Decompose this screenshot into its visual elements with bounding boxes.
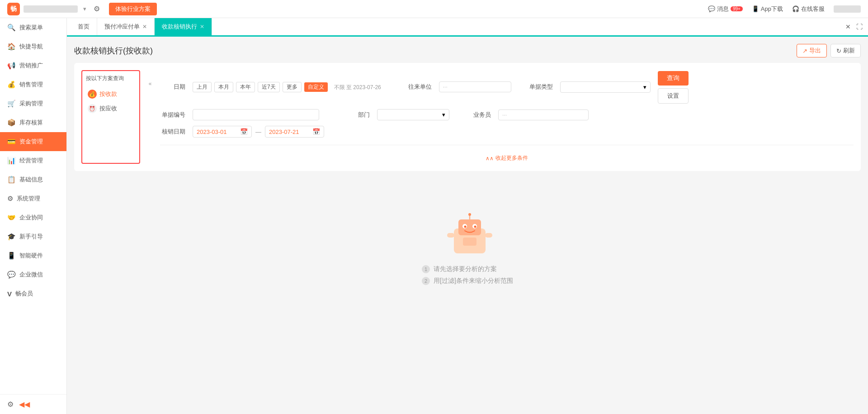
writeoff-date-start-input[interactable] — [197, 128, 237, 135]
filter-scheme-sidebar: 按以下方案查询 💰 按收款 ⏰ 按应收 — [81, 70, 140, 164]
tab-close-btn[interactable]: ✕ — [844, 21, 853, 32]
department-label: 部门 — [344, 111, 370, 119]
empty-hint-2: 2 用[过滤]条件来缩小分析范围 — [422, 277, 513, 285]
tab-home[interactable]: 首页 — [71, 18, 97, 35]
sidebar-item-wechat[interactable]: 💬 企业微信 — [0, 265, 66, 284]
sidebar-item-finance[interactable]: 💳 资金管理 — [0, 132, 66, 151]
app-download-label: App下载 — [761, 5, 783, 13]
refresh-icon: ↻ — [836, 48, 841, 54]
bill-type-select[interactable]: ▾ — [560, 81, 651, 93]
sidebar-collapse-btn[interactable]: ◀◀ — [19, 400, 30, 409]
sidebar-item-sales[interactable]: 💰 销售管理 — [0, 75, 66, 94]
counterpart-select[interactable]: ··· — [439, 81, 511, 92]
date-btn-7days[interactable]: 近7天 — [258, 82, 280, 92]
message-btn[interactable]: 💬 消息 99+ — [708, 5, 743, 13]
date-group: 上月 本月 本年 近7天 更多 自定义 不限 至 2023-07-26 — [193, 82, 381, 92]
sidebar-item-member[interactable]: V 畅会员 — [0, 284, 66, 303]
sidebar-item-search-menu[interactable]: 🔍 搜索菜单 — [0, 18, 66, 37]
writeoff-date-end-box: 📅 — [265, 126, 324, 138]
date-end-calendar-icon[interactable]: 📅 — [312, 128, 320, 135]
hint-1-text: 请先选择要分析的方案 — [434, 265, 497, 273]
salesperson-label: 业务员 — [466, 111, 491, 119]
collapse-more-label: 收起更多条件 — [495, 154, 528, 162]
collapse-more-btn[interactable]: ∧∧ 收起更多条件 — [160, 152, 854, 164]
sidebar-item-operation[interactable]: 📊 经营管理 — [0, 151, 66, 170]
receivable-option-icon: ⏰ — [88, 104, 97, 113]
page-title: 收款核销执行(按收款) — [74, 45, 153, 56]
settings-icon[interactable]: ⚙ — [94, 5, 100, 13]
top-bar: 畅 ▾ ⚙ 体验行业方案 💬 消息 99+ 📱 App下载 🎧 在线客服 — [0, 0, 868, 18]
sidebar-item-system[interactable]: ⚙ 系统管理 — [0, 189, 66, 208]
tab-prepay-close-icon[interactable]: ✕ — [142, 24, 147, 30]
filter-option-receipt-label: 按收款 — [99, 90, 117, 98]
date-custom-tag[interactable]: 自定义 — [304, 82, 328, 92]
sidebar-item-basic-info[interactable]: 📋 基础信息 — [0, 170, 66, 189]
filter-row-1: 日期 上月 本月 本年 近7天 更多 自定义 不限 至 2023-07-26 — [160, 70, 854, 104]
tab-prepay[interactable]: 预付冲应付单 ✕ — [97, 18, 155, 35]
bill-type-chevron-icon: ▾ — [643, 84, 646, 90]
sidebar-item-smart-hw[interactable]: 📱 智能硬件 — [0, 246, 66, 265]
page-header: 收款核销执行(按收款) ↗ 导出 ↻ 刷新 — [74, 44, 861, 57]
sidebar-item-label: 基础信息 — [19, 176, 43, 184]
salesperson-select[interactable]: ··· — [498, 109, 589, 120]
settings-btn[interactable]: 设置 — [658, 88, 689, 104]
sidebar-item-label: 畅会员 — [15, 290, 33, 298]
message-label: 消息 — [717, 5, 729, 13]
tab-receipt-writeoff[interactable]: 收款核销执行 ✕ — [155, 18, 212, 35]
export-btn[interactable]: ↗ 导出 — [797, 44, 827, 57]
sidebar-bottom: ⚙ ◀◀ — [0, 394, 66, 414]
query-btn[interactable]: 查询 — [658, 71, 689, 86]
salesperson-more-icon: ··· — [502, 112, 507, 118]
wechat-icon: 💬 — [7, 271, 16, 279]
tab-expand-btn[interactable]: ⛶ — [854, 21, 864, 32]
sidebar-item-label: 企业微信 — [19, 271, 43, 279]
svg-point-4 — [464, 226, 467, 228]
content-area: 首页 预付冲应付单 ✕ 收款核销执行 ✕ ✕ ⛶ 收款核销执行(按收款) — [67, 18, 868, 414]
tab-receipt-writeoff-close-icon[interactable]: ✕ — [200, 24, 204, 30]
department-select[interactable]: ▾ — [377, 109, 449, 120]
sidebar-item-label: 资金管理 — [19, 138, 43, 146]
tab-prepay-label: 预付冲应付单 — [104, 23, 140, 31]
industry-btn[interactable]: 体验行业方案 — [109, 3, 157, 15]
inventory-icon: 📦 — [7, 119, 16, 127]
chevron-down-icon[interactable]: ▾ — [83, 5, 86, 12]
bill-type-label: 单据类型 — [528, 83, 553, 91]
filter-collapse-arrow[interactable]: « — [146, 70, 155, 97]
sidebar-item-enterprise-collab[interactable]: 🤝 企业协同 — [0, 208, 66, 227]
sidebar-settings-icon[interactable]: ⚙ — [7, 400, 14, 409]
date-btn-this-year[interactable]: 本年 — [236, 82, 255, 92]
headset-icon: 🎧 — [792, 5, 799, 12]
date-separator: — — [255, 128, 261, 135]
tab-home-label: 首页 — [78, 23, 90, 31]
sidebar-item-label: 库存核算 — [19, 119, 43, 127]
sidebar-item-purchase[interactable]: 🛒 采购管理 — [0, 94, 66, 113]
writeoff-date-end-input[interactable] — [269, 128, 310, 135]
date-btn-last-month[interactable]: 上月 — [193, 82, 212, 92]
filter-option-receivable-label: 按应收 — [99, 105, 117, 113]
refresh-btn[interactable]: ↻ 刷新 — [830, 44, 861, 57]
user-info-blurred — [834, 5, 861, 13]
sidebar-item-label: 营销推广 — [19, 62, 43, 70]
date-label: 日期 — [160, 83, 185, 91]
top-bar-right: 💬 消息 99+ 📱 App下载 🎧 在线客服 — [708, 5, 861, 13]
member-icon: V — [7, 290, 12, 298]
bill-number-input[interactable] — [197, 111, 315, 118]
app-download-btn[interactable]: 📱 App下载 — [752, 5, 783, 13]
sidebar-item-quick-nav[interactable]: 🏠 快捷导航 — [0, 37, 66, 56]
sidebar-item-guide[interactable]: 🎓 新手引导 — [0, 227, 66, 246]
tab-receipt-writeoff-label: 收款核销执行 — [162, 23, 197, 31]
writeoff-date-start-box: 📅 — [193, 126, 252, 138]
date-btn-this-month[interactable]: 本月 — [214, 82, 233, 92]
filter-main: 日期 上月 本月 本年 近7天 更多 自定义 不限 至 2023-07-26 — [160, 70, 854, 164]
sidebar-item-label: 搜索菜单 — [19, 24, 43, 32]
filter-option-by-receipt[interactable]: 💰 按收款 — [86, 87, 136, 101]
sidebar-item-inventory[interactable]: 📦 库存核算 — [0, 113, 66, 132]
date-btn-more[interactable]: 更多 — [283, 82, 302, 92]
online-service-btn[interactable]: 🎧 在线客服 — [792, 5, 825, 13]
hint-2-number: 2 — [422, 277, 430, 285]
date-start-calendar-icon[interactable]: 📅 — [240, 128, 248, 135]
app-logo: 畅 — [7, 3, 20, 15]
sidebar-item-marketing[interactable]: 📢 营销推广 — [0, 56, 66, 75]
bill-number-label: 单据编号 — [160, 111, 185, 119]
filter-option-by-receivable[interactable]: ⏰ 按应收 — [86, 101, 136, 116]
